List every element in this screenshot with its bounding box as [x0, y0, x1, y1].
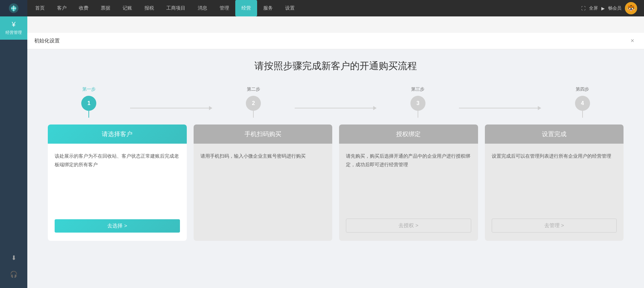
nav-right: ⛶ 全屏 ▶ 畅会员 🐯	[581, 2, 644, 14]
arrow3-line	[459, 108, 538, 108]
nav-management[interactable]: 管理	[213, 0, 235, 16]
card1-body: 该处展示的客户为不在回收站、客户状态正常建账后完成老板端绑定的所有客户 去选择 …	[48, 144, 187, 241]
download-icon: ⬇	[11, 254, 16, 262]
nav-business[interactable]: 工商项目	[160, 0, 192, 16]
step2-connector	[253, 111, 254, 118]
avatar[interactable]: 🐯	[625, 2, 637, 14]
step-col-2: 第二步 2	[212, 86, 295, 118]
card1-title: 请选择客户	[48, 125, 187, 144]
steps-layout: 第一步 1 第二步 2	[48, 86, 624, 118]
download-button[interactable]: ⬇	[0, 251, 27, 265]
step1-connector	[88, 111, 89, 118]
step4-circle: 4	[575, 96, 590, 111]
step3-circle: 3	[410, 96, 425, 111]
nav-home[interactable]: 首页	[29, 0, 51, 16]
step4-label: 第四步	[576, 86, 589, 92]
step3-label: 第三步	[411, 86, 424, 92]
nav-tax[interactable]: 报税	[138, 0, 160, 16]
nav-service[interactable]: 服务	[257, 0, 279, 16]
fullscreen-icon: ⛶	[581, 6, 586, 11]
sidebar-bottom: ⬇ 🎧	[0, 251, 27, 288]
close-button[interactable]: ×	[628, 36, 637, 46]
nav-settings[interactable]: 设置	[279, 0, 301, 16]
sidebar-item-label: 经营管理	[5, 30, 22, 36]
top-nav: 首页 客户 收费 票据 记账 报税 工商项目 消息 管理 经营 服务 设置 ⛶ …	[0, 0, 644, 16]
card3-title: 授权绑定	[339, 125, 478, 144]
arrow2	[295, 106, 377, 110]
headset-button[interactable]: 🎧	[0, 267, 27, 281]
arrow1	[130, 106, 212, 110]
step-col-4: 第四步 4	[541, 86, 624, 118]
card2-desc: 请用手机扫码，输入小微企业主账号密码进行购买	[200, 152, 326, 233]
step1-circle: 1	[81, 96, 96, 111]
arrow2-head	[373, 106, 377, 110]
content-area: 请按照步骤完成新客户的开通购买流程 第一步 1 第二步 2	[27, 49, 644, 288]
card4-desc: 设置完成后可以在管理列表进行所有企业用户的经营管理	[492, 152, 617, 210]
member-label[interactable]: 畅会员	[608, 5, 621, 11]
step-col-1: 第一步 1	[48, 86, 130, 118]
step-card-3: 授权绑定 请先购买，购买后选择开通的产品中的企业用户进行授权绑定，成功后即可进行…	[339, 125, 478, 241]
main-area: 初始化设置 × 请按照步骤完成新客户的开通购买流程 第一步 1 第二步	[27, 33, 644, 288]
step-card-2: 手机扫码购买 请用手机扫码，输入小微企业主账号密码进行购买	[194, 125, 333, 241]
finance-icon: ¥	[12, 21, 15, 28]
step2-label: 第二步	[247, 86, 260, 92]
nav-operations[interactable]: 经营	[235, 0, 257, 16]
step-col-3: 第三步 3	[377, 86, 459, 118]
step1-label: 第一步	[82, 86, 96, 92]
step-card-4: 设置完成 设置完成后可以在管理列表进行所有企业用户的经营管理 去管理 >	[485, 125, 624, 241]
page-header: 初始化设置 ×	[27, 33, 644, 49]
card1-desc: 该处展示的客户为不在回收站、客户状态正常建账后完成老板端绑定的所有客户	[55, 152, 180, 211]
sidebar-logo	[0, 0, 27, 16]
headset-icon: 🎧	[10, 271, 17, 278]
arrow3	[459, 106, 541, 110]
step2-circle: 2	[246, 96, 261, 111]
arrow2-line	[295, 108, 374, 108]
card2-body: 请用手机扫码，输入小微企业主账号密码进行购买	[194, 144, 333, 241]
step3-connector	[418, 111, 418, 118]
step-card-1: 请选择客户 该处展示的客户为不在回收站、客户状态正常建账后完成老板端绑定的所有客…	[48, 125, 187, 241]
sidebar-item-finance[interactable]: ¥ 经营管理	[0, 16, 27, 40]
nav-customer[interactable]: 客户	[51, 0, 73, 16]
step4-connector	[582, 111, 583, 118]
arrow3-head	[538, 106, 541, 110]
fullscreen-label[interactable]: 全屏	[589, 5, 598, 11]
main-heading: 请按照步骤完成新客户的开通购买流程	[48, 60, 624, 73]
card3-body: 请先购买，购买后选择开通的产品中的企业用户进行授权绑定，成功后即可进行经营管理 …	[339, 144, 478, 241]
arrow1-head	[209, 106, 212, 110]
nav-billing[interactable]: 收费	[73, 0, 95, 16]
card2-title: 手机扫码购买	[194, 125, 333, 144]
nav-invoice[interactable]: 票据	[95, 0, 116, 16]
arrow1-line	[130, 108, 209, 108]
step4-action-button[interactable]: 去管理 >	[492, 219, 617, 233]
page-title: 初始化设置	[34, 38, 60, 44]
nav-accounting[interactable]: 记账	[116, 0, 138, 16]
nav-message[interactable]: 消息	[192, 0, 213, 16]
step1-action-button[interactable]: 去选择 >	[55, 219, 180, 233]
avatar-icon: 🐯	[627, 4, 635, 12]
play-icon: ▶	[601, 6, 605, 11]
card4-body: 设置完成后可以在管理列表进行所有企业用户的经营管理 去管理 >	[485, 144, 624, 241]
card4-title: 设置完成	[485, 125, 624, 144]
sidebar: ¥ 经营管理 ⬇ 🎧	[0, 0, 27, 288]
step3-action-button[interactable]: 去授权 >	[346, 219, 471, 233]
card3-desc: 请先购买，购买后选择开通的产品中的企业用户进行授权绑定，成功后即可进行经营管理	[346, 152, 471, 210]
cards-row: 请选择客户 该处展示的客户为不在回收站、客户状态正常建账后完成老板端绑定的所有客…	[48, 125, 624, 241]
